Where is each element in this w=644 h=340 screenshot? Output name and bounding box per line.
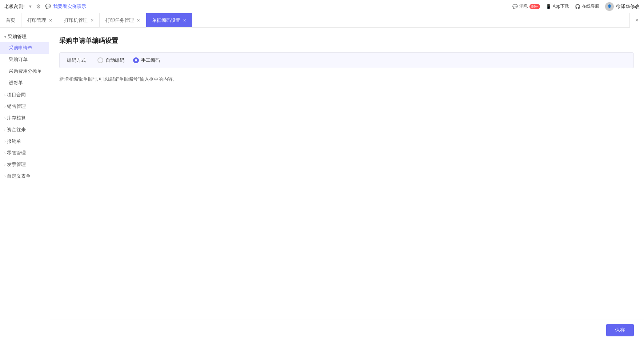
footer: 保存 (49, 320, 644, 340)
sales-arrow: › (4, 105, 5, 109)
online-service-button[interactable]: 🎧 在线客服 (575, 3, 599, 9)
sidebar-group-inventory[interactable]: › 库存核算 (0, 112, 49, 124)
custom-form-label: 自定义表单 (7, 173, 31, 179)
app-title: 老板勿割! (4, 3, 25, 10)
online-service-label: 在线客服 (582, 3, 599, 9)
invoice-arrow: › (4, 163, 5, 167)
description-text: 新增和编辑单据时,可以编辑"单据编号"输入框中的内容。 (59, 76, 634, 83)
tab-print-task-label: 打印任务管理 (105, 17, 134, 24)
sidebar-group-invoice[interactable]: › 发票管理 (0, 158, 49, 170)
user-info[interactable]: 👤 徐泽华修改 (605, 2, 640, 11)
global-close-button[interactable]: × (629, 13, 644, 28)
content-area: 采购申请单编码设置 编码方式 自动编码 手工编码 新增和编辑单据时,可以编辑"单… (49, 28, 644, 340)
save-button[interactable]: 保存 (606, 324, 634, 336)
message-label: 消息 (519, 3, 528, 9)
demo-link[interactable]: 我要看实例演示 (45, 3, 86, 10)
manual-code-option[interactable]: 手工编码 (133, 57, 160, 64)
sidebar-item-stock-in-label: 进货单 (9, 80, 23, 85)
tab-bar: 首页 打印管理 × 打印机管理 × 打印任务管理 × 单据编码设置 × (0, 13, 644, 28)
sidebar-group-expense[interactable]: › 报销单 (0, 135, 49, 147)
tab-print-management-label: 打印管理 (27, 17, 46, 24)
auto-code-option[interactable]: 自动编码 (97, 57, 124, 64)
custom-form-arrow: › (4, 174, 5, 178)
sidebar-item-stock-in[interactable]: 进货单 (0, 77, 49, 89)
inventory-arrow: › (4, 116, 5, 120)
sidebar-item-purchase-request[interactable]: 采购申请单 (0, 42, 49, 54)
app-download-icon: 📱 (546, 4, 551, 9)
inventory-label: 库存核算 (7, 115, 26, 121)
dropdown-icon[interactable]: ▾ (29, 4, 32, 9)
sidebar-item-purchase-request-label: 采购申请单 (9, 45, 32, 50)
finance-arrow: › (4, 128, 5, 132)
sidebar-item-purchase-order[interactable]: 采购订单 (0, 54, 49, 65)
top-bar: 老板勿割! ▾ ⚙ 我要看实例演示 💬 消息 99+ 📱 App下载 🎧 在线客… (0, 0, 644, 13)
invoice-label: 发票管理 (7, 161, 26, 168)
purchase-group-label: 采购管理 (8, 33, 27, 40)
finance-label: 资金往来 (7, 126, 26, 133)
sidebar-group-purchase[interactable]: ▾ 采购管理 (0, 31, 49, 42)
purchase-group-arrow: ▾ (4, 35, 6, 39)
sidebar-item-purchase-expense-label: 采购费用分摊单 (9, 68, 42, 74)
tab-encoding-close[interactable]: × (183, 18, 186, 23)
message-badge: 99+ (529, 4, 540, 9)
tab-print-management[interactable]: 打印管理 × (21, 13, 58, 27)
sidebar-item-purchase-expense[interactable]: 采购费用分摊单 (0, 65, 49, 77)
top-bar-right: 💬 消息 99+ 📱 App下载 🎧 在线客服 👤 徐泽华修改 (512, 2, 640, 11)
tab-home[interactable]: 首页 (0, 13, 21, 27)
tab-print-task-management[interactable]: 打印任务管理 × (100, 13, 146, 27)
tab-print-management-close[interactable]: × (49, 18, 52, 23)
expense-label: 报销单 (7, 138, 21, 145)
project-contract-arrow: › (4, 93, 5, 97)
tab-home-label: 首页 (6, 17, 15, 24)
user-name: 徐泽华修改 (616, 3, 640, 10)
app-download-label: App下载 (553, 3, 569, 9)
tab-printer-management-close[interactable]: × (91, 18, 93, 23)
headset-icon: 🎧 (575, 4, 580, 9)
manual-code-label: 手工编码 (141, 57, 160, 64)
project-contract-label: 项目合同 (7, 92, 26, 98)
main-layout: ▾ 采购管理 采购申请单 采购订单 采购费用分摊单 进货单 › 项目合同 › 销… (0, 28, 644, 340)
encoding-mode-label: 编码方式 (67, 57, 86, 64)
retail-label: 零售管理 (7, 150, 26, 156)
expense-arrow: › (4, 139, 5, 143)
tab-printer-management[interactable]: 打印机管理 × (58, 13, 100, 27)
auto-code-label: 自动编码 (105, 57, 124, 64)
message-button[interactable]: 💬 消息 99+ (512, 3, 540, 9)
tab-encoding-label: 单据编码设置 (152, 17, 180, 24)
retail-arrow: › (4, 151, 5, 155)
manual-code-radio[interactable] (133, 57, 139, 63)
sidebar-group-finance[interactable]: › 资金往来 (0, 124, 49, 135)
tab-print-task-close[interactable]: × (137, 18, 140, 23)
encoding-row: 编码方式 自动编码 手工编码 (59, 52, 634, 68)
demo-text: 我要看实例演示 (53, 3, 86, 10)
auto-code-radio[interactable] (97, 57, 103, 63)
sales-label: 销售管理 (7, 103, 26, 110)
sidebar: ▾ 采购管理 采购申请单 采购订单 采购费用分摊单 进货单 › 项目合同 › 销… (0, 28, 49, 340)
tab-bar-wrapper: 首页 打印管理 × 打印机管理 × 打印任务管理 × 单据编码设置 × × (0, 13, 644, 28)
sidebar-group-sales[interactable]: › 销售管理 (0, 100, 49, 112)
sidebar-group-project-contract[interactable]: › 项目合同 (0, 89, 49, 100)
message-icon: 💬 (512, 4, 518, 9)
sidebar-group-retail[interactable]: › 零售管理 (0, 147, 49, 158)
gear-icon[interactable]: ⚙ (36, 3, 41, 10)
app-download-button[interactable]: 📱 App下载 (546, 3, 569, 9)
tab-printer-management-label: 打印机管理 (64, 17, 88, 24)
sidebar-group-custom-form[interactable]: › 自定义表单 (0, 170, 49, 182)
tab-encoding-settings[interactable]: 单据编码设置 × (146, 13, 192, 27)
top-bar-left: 老板勿割! ▾ ⚙ 我要看实例演示 (4, 3, 86, 10)
sidebar-item-purchase-order-label: 采购订单 (9, 57, 28, 62)
page-title: 采购申请单编码设置 (59, 36, 634, 45)
avatar-icon: 👤 (607, 4, 612, 8)
content-inner: 采购申请单编码设置 编码方式 自动编码 手工编码 新增和编辑单据时,可以编辑"单… (49, 28, 644, 320)
avatar: 👤 (605, 2, 614, 11)
